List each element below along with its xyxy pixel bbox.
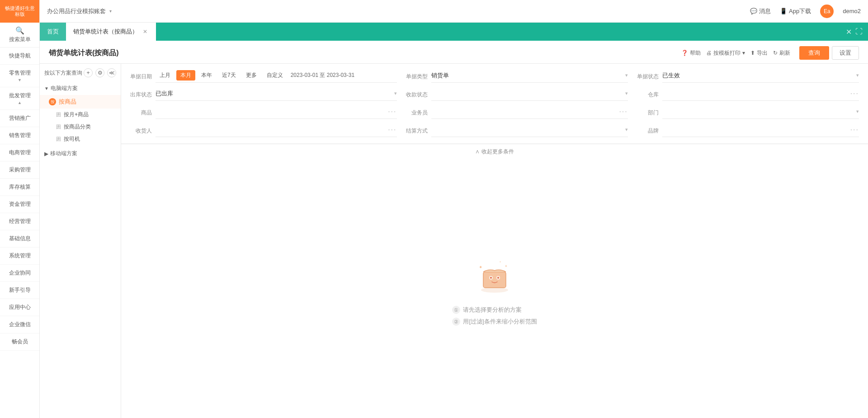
page-header: 销货单统计表(按商品) ❓ 帮助 🖨 按模板打印 ▾ ⬆ 导出 ↻ 刷新 [40, 41, 868, 64]
date-btns: 上月 本月 本年 近7天 更多 自定义 [156, 70, 287, 81]
export-action[interactable]: ⬆ 导出 [750, 49, 768, 57]
sidebar-item-marketing[interactable]: 营销推广 [0, 110, 39, 127]
date-this-year[interactable]: 本年 [197, 70, 216, 81]
date-custom[interactable]: 自定义 [263, 70, 287, 81]
tab-home[interactable]: 首页 [40, 23, 66, 41]
sidebar-item-sales[interactable]: 销售管理 [0, 127, 39, 144]
body-wrapper: 按以下方案查询 + ⚙ ≪ ▼ [40, 64, 868, 418]
sidebar-item-enterprise[interactable]: 企业协同 [0, 265, 39, 282]
inventory-label: 库存核算 [9, 183, 31, 191]
sidebar-item-newbie[interactable]: 新手引导 [0, 282, 39, 299]
header-industry: 办公用品行业模拟账套 ▾ [47, 7, 112, 15]
svg-text:✦: ✦ [505, 264, 508, 268]
tab-expand-icon[interactable]: ⛶ [855, 28, 863, 36]
type-arrow: ▾ [623, 72, 628, 78]
svg-point-6 [497, 277, 499, 279]
system-label: 系统管理 [9, 252, 31, 260]
pc-group-title[interactable]: ▼ 电脑端方案 [40, 82, 121, 95]
export-label: 导出 [757, 49, 768, 57]
sidebar-item-apps[interactable]: 应用中心 [0, 299, 39, 316]
date-this-month[interactable]: 本月 [176, 70, 195, 81]
sidebar-item-system[interactable]: 系统管理 [0, 247, 39, 265]
svg-point-5 [490, 277, 492, 279]
sidebar-item-operations[interactable]: 经营管理 [0, 213, 39, 230]
scheme-settings-icon[interactable]: ⚙ [95, 68, 104, 77]
payment-arrow: ▾ [623, 90, 628, 96]
payment-control[interactable]: ▾ [431, 88, 628, 101]
collapse-label: ∧ 收起更多条件 [475, 148, 514, 155]
warehouse-control[interactable]: ··· [662, 88, 859, 101]
svg-text:✦: ✦ [499, 261, 501, 263]
sales-label: 销售管理 [9, 132, 31, 139]
scheme-item-by-product[interactable]: 按 按商品 [40, 95, 121, 109]
scheme-add-icon[interactable]: + [84, 68, 93, 77]
settlement-control[interactable]: ▾ [431, 124, 628, 137]
date-prev-month[interactable]: 上月 [156, 70, 175, 81]
scheme-subitem-category[interactable]: 囲 按商品分类 [40, 121, 121, 133]
filter-cell-settlement: 结算方式 ▾ [406, 124, 628, 137]
empty-tip-1: ① 请先选择要分析的方案 [452, 306, 537, 314]
product-label: 商品 [130, 109, 156, 117]
print-dropdown-arrow[interactable]: ▾ [742, 50, 745, 56]
filter-cell-receiver: 收货人 ··· [130, 124, 397, 137]
scheme-item-icon-by-product: 按 [49, 98, 56, 105]
svg-point-0 [481, 287, 508, 293]
help-action[interactable]: ❓ 帮助 [681, 49, 701, 57]
out-status-control[interactable]: 已出库 ▾ [156, 88, 397, 101]
out-status-value: 已出库 [156, 90, 392, 98]
type-value: 销货单 [431, 71, 623, 80]
sidebar-search[interactable]: 🔍 搜索菜单 [0, 23, 39, 48]
scheme-collapse-icon[interactable]: ≪ [107, 68, 116, 77]
collapse-bar[interactable]: ∧ 收起更多条件 [121, 144, 868, 159]
tab-close-all-icon[interactable]: ✕ [846, 28, 852, 36]
sidebar-item-purchase[interactable]: 采购管理 [0, 162, 39, 179]
mobile-group-title[interactable]: ▶ 移动端方案 [40, 147, 121, 160]
sidebar-item-wechat[interactable]: 企业微信 [0, 316, 39, 333]
sidebar-item-wholesale[interactable]: 批发管理 ▲ [0, 87, 39, 110]
query-button[interactable]: 查询 [799, 46, 829, 60]
sidebar-item-retail[interactable]: 零售管理 ▼ [0, 65, 39, 87]
salesperson-control[interactable]: ··· [431, 106, 628, 119]
svg-text:✦: ✦ [479, 265, 482, 270]
logo-text: 畅捷通好生意 [5, 5, 35, 11]
status-control[interactable]: 已生效 ▾ [662, 70, 859, 83]
date-more[interactable]: 更多 [242, 70, 261, 81]
print-action[interactable]: 🖨 按模板打印 ▾ [706, 49, 745, 57]
settings-button[interactable]: 设置 [832, 46, 859, 60]
receiver-control[interactable]: ··· [156, 124, 397, 137]
user-avatar[interactable]: Ea [820, 5, 834, 18]
sidebar-item-member[interactable]: 畅会员 [0, 333, 39, 351]
filter-cell-type: 单据类型 销货单 ▾ [406, 70, 628, 83]
member-label: 畅会员 [12, 338, 28, 346]
scheme-item-label-by-product: 按商品 [59, 98, 76, 106]
date-7days[interactable]: 近7天 [218, 70, 240, 81]
tab-close-icon[interactable]: ✕ [142, 28, 149, 35]
brand-control[interactable]: ··· [662, 124, 859, 137]
sidebar-item-basic-info[interactable]: 基础信息 [0, 230, 39, 247]
sidebar-item-ecommerce[interactable]: 电商管理 [0, 144, 39, 162]
operations-label: 经营管理 [9, 218, 31, 225]
username: demo2 [843, 8, 861, 14]
scheme-subitem-driver[interactable]: 囲 按司机 [40, 133, 121, 145]
apps-label: 应用中心 [9, 304, 31, 311]
filter-cell-status: 单据状态 已生效 ▾ [637, 70, 859, 83]
empty-state: ✦ ✦ ✦ ① 请先选择要分析的方案 ② 用[过滤]条件来缩小分析范围 [121, 159, 868, 418]
date-control[interactable]: 上月 本月 本年 近7天 更多 自定义 2023-03-01 至 2023-03… [156, 70, 397, 83]
type-control[interactable]: 销货单 ▾ [431, 70, 628, 83]
department-control[interactable]: ▾ [662, 106, 859, 119]
scheme-subitem-month-product[interactable]: 囲 按月+商品 [40, 109, 121, 121]
empty-tip-2: ② 用[过滤]条件来缩小分析范围 [452, 318, 537, 326]
filter-cell-date: 单据日期 上月 本月 本年 近7天 更多 自定义 [130, 70, 397, 83]
department-label: 部门 [637, 109, 662, 117]
product-control[interactable]: ··· [156, 106, 397, 119]
tab-active[interactable]: 销货单统计表（按商品） ✕ [66, 23, 156, 41]
header-right: 💬 消息 📱 App下载 Ea demo2 [750, 5, 861, 18]
industry-dropdown-arrow[interactable]: ▾ [109, 9, 112, 14]
sidebar-item-quick-nav[interactable]: 快捷导航 [0, 48, 39, 65]
filter-section: 单据日期 上月 本月 本年 近7天 更多 自定义 [121, 64, 868, 144]
sidebar-item-inventory[interactable]: 库存核算 [0, 179, 39, 196]
refresh-action[interactable]: ↻ 刷新 [773, 49, 790, 57]
msg-action[interactable]: 💬 消息 [750, 7, 771, 15]
sidebar-item-finance[interactable]: 资金管理 [0, 196, 39, 213]
app-download-action[interactable]: 📱 App下载 [780, 7, 811, 15]
